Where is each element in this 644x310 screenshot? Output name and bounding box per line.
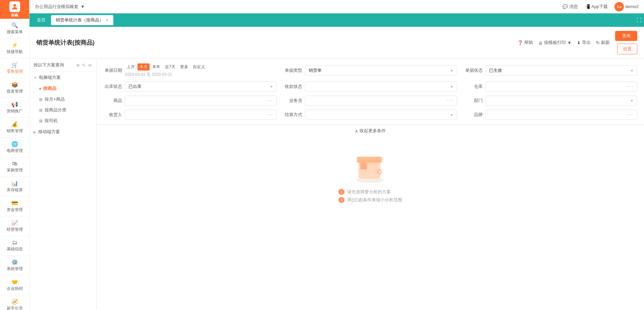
scheme-item-by-month-product[interactable]: ▦ 按月+商品 [30,94,96,105]
empty-step-1: 1 请先选择要分析的方案 [338,189,402,195]
refresh-btn[interactable]: ↻ 刷新 [596,40,610,46]
collapse-scheme-icon[interactable]: ≪ [88,63,92,68]
filter-row-date: 单据日期 上月 本月 本年 近7天 更多 自定义 2023-03-01 至 20… [103,63,277,78]
date-tab-lastmonth[interactable]: 上月 [125,63,137,70]
scheme-panel: 按以下方案查询 ⊕ ✎ ≪ ▼ 电脑端方案 ● 按商品 [30,59,97,310]
system-icon: ⚙️ [1,259,28,265]
content-area: 销货单统计表(按商品) ❓ 帮助 🖨 按模板打印 ▼ ⬇ 导出 ↻ 刷新 [30,27,644,310]
sidebar-item-quicknav[interactable]: ⚡ 快捷导航 [0,39,29,58]
brand-dots-icon: ··· [627,112,634,118]
ecom-icon: 🌐 [1,141,28,147]
scheme-group-mobile-title[interactable]: ▶ 移动端方案 [30,126,96,138]
empty-state: 1 请先选择要分析的方案 2 用[过滤]条件来缩小分析范围 [97,137,644,216]
sidebar-item-ops[interactable]: 📈 经营管理 [0,216,29,236]
expand-icon: ⛶ [637,17,641,23]
sidebar-item-guide[interactable]: 🧭 新手引导 [0,295,29,310]
warehouse-input[interactable]: ··· [485,82,637,92]
user-menu[interactable]: Ea demo2 [614,2,639,11]
svg-point-0 [13,4,16,7]
sidebar-item-ecom[interactable]: 🌐 电商管理 [0,138,29,157]
query-button[interactable]: 查询 [615,31,637,41]
date-tab-thisyear[interactable]: 本年 [150,63,162,70]
settings-button[interactable]: 设置 [617,44,637,54]
group-mobile-arrow-icon: ▶ [34,130,36,134]
date-tab-7days[interactable]: 近7天 [163,63,177,70]
guide-icon: 🧭 [1,299,28,305]
wholesale-icon: 📦 [1,82,28,88]
scheme-grid-icon-2: ▦ [39,108,43,112]
sidebar-nav: 🔍 搜索菜单 ⚡ 快捷导航 🛒 零售管理 📦 批发管理 📢 营销推广 💰 销售管… [0,19,29,310]
logo[interactable]: 标账 [0,0,29,19]
doctype-input[interactable]: 销货单 ▼ [305,65,457,75]
sidebar-item-sales[interactable]: 💰 销售管理 [0,118,29,138]
dept-caret-icon: ▼ [630,99,634,103]
home-tab-label: 首页 [37,17,46,23]
scheme-item-by-vendor[interactable]: ▦ 按司机 [30,115,96,126]
step-1-num: 1 [338,189,344,195]
title-actions: ❓ 帮助 🖨 按模板打印 ▼ ⬇ 导出 ↻ 刷新 查询 [518,31,637,54]
recipient-input[interactable]: ··· [125,110,277,120]
tab-expand-btn[interactable]: ⛶ [637,17,641,23]
tab-sales-stat[interactable]: 销货单统计表（按商品） ✕ [51,15,113,25]
settle-caret-icon: ▼ [450,113,453,117]
recipient-label: 收货人 [103,112,122,118]
collapse-bar[interactable]: ∧ 收起更多条件 [97,125,644,137]
sidebar-item-marketing[interactable]: 📢 营销推广 [0,98,29,118]
avatar: Ea [614,2,624,11]
finance-icon: 💳 [1,200,28,206]
filter-row-docstatus: 单据状态 已生效 ▼ [464,63,637,78]
print-btn[interactable]: 🖨 按模板打印 ▼ [538,40,572,46]
sidebar-item-wholesale[interactable]: 📦 批发管理 [0,78,29,98]
sidebar-item-finance[interactable]: 💳 资金管理 [0,197,29,216]
edit-scheme-icon[interactable]: ✎ [82,63,86,68]
doctype-caret-icon: ▼ [450,69,453,72]
ops-icon: 📈 [1,220,28,226]
app-selector[interactable]: 办公用品行业模拟账套 ▼ [35,4,85,10]
filter-row-collectstatus: 收款状态 ▼ [283,82,457,92]
scheme-active-dot-icon: ● [39,86,41,91]
docstatus-input[interactable]: 已生效 ▼ [485,65,637,75]
date-tab-thismonth[interactable]: 本月 [138,63,150,70]
settle-input[interactable]: ▼ [305,110,457,120]
outstatus-input[interactable]: 已出库 ▼ [125,82,277,92]
print-icon: 🖨 [538,40,543,45]
collectstatus-input[interactable]: ▼ [305,82,457,92]
sidebar-item-corp[interactable]: 🤝 企业协同 [0,275,29,295]
export-btn[interactable]: ⬇ 导出 [577,40,591,46]
page-title-bar: 销货单统计表(按商品) ❓ 帮助 🖨 按模板打印 ▼ ⬇ 导出 ↻ 刷新 [30,27,644,59]
sidebar-item-system[interactable]: ⚙️ 系统管理 [0,256,29,275]
marketing-icon: 📢 [1,101,28,108]
salesperson-input[interactable]: ··· [305,96,457,106]
empty-steps: 1 请先选择要分析的方案 2 用[过滤]条件来缩小分析范围 [338,189,402,203]
product-input[interactable]: ··· [125,96,277,106]
brand-input[interactable]: ··· [485,110,637,120]
sales-icon: 💰 [1,121,28,127]
outstatus-caret-icon: ▼ [270,85,273,89]
purchase-icon: 🛍 [1,161,28,167]
product-label: 商品 [103,98,122,104]
dept-input[interactable]: ▼ [485,96,637,106]
sidebar-item-retail[interactable]: 🛒 零售管理 [0,58,29,78]
filter-row-dept: 部门 ▼ [464,96,637,106]
page-title: 销货单统计表(按商品) [36,39,95,47]
scheme-item-by-category[interactable]: ▦ 按商品分类 [30,105,96,115]
retail-icon: 🛒 [1,62,28,68]
sidebar-item-search[interactable]: 🔍 搜索菜单 [0,19,29,39]
scheme-item-by-product[interactable]: ● 按商品 [30,83,96,94]
sidebar-item-base[interactable]: 🗂 基础信息 [0,236,29,256]
dropdown-icon: ▼ [80,4,85,9]
app-download-btn[interactable]: 📲 App下载 [585,4,608,10]
date-tab-more[interactable]: 更多 [178,63,190,70]
warehouse-dots-icon: ··· [627,84,634,90]
sidebar-item-inventory[interactable]: 📊 库存核算 [0,177,29,197]
date-tab-custom[interactable]: 自定义 [191,63,207,70]
scheme-group-desktop-title[interactable]: ▼ 电脑端方案 [30,72,96,83]
tab-home[interactable]: 首页 [32,15,50,25]
sidebar-item-purchase[interactable]: 🛍 采购管理 [0,157,29,177]
message-icon: 💬 [562,4,568,9]
search-icon: 🔍 [1,22,28,29]
message-btn[interactable]: 💬 消息 [562,4,578,10]
add-scheme-icon[interactable]: ⊕ [76,63,80,68]
help-btn[interactable]: ❓ 帮助 [518,40,533,46]
tab-close-btn[interactable]: ✕ [106,18,109,22]
